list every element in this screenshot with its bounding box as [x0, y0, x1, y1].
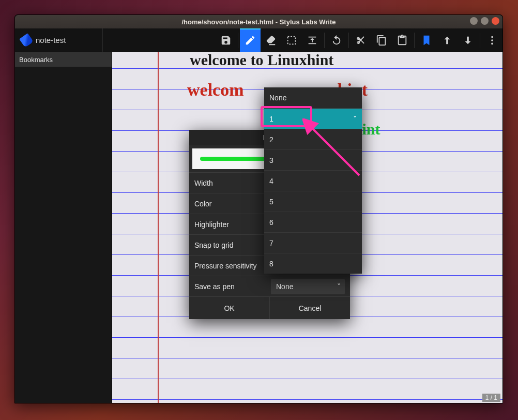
eraser-icon — [265, 35, 277, 46]
scissors-icon — [355, 35, 367, 46]
titlebar: /home/shovon/note-test.html - Stylus Lab… — [15, 15, 502, 28]
dropdown-item-7[interactable]: 7 — [264, 232, 362, 253]
pen-saveas-value: None — [276, 282, 293, 291]
pen-highlighter-label: Highlighter — [194, 220, 267, 229]
bookmark-icon — [421, 35, 432, 46]
pen-icon — [245, 35, 256, 46]
save-button[interactable] — [216, 28, 236, 52]
window-title: /home/shovon/note-test.html - Stylus Lab… — [181, 18, 336, 26]
svg-point-0 — [491, 36, 493, 38]
dropdown-item-1-label: 1 — [269, 115, 273, 123]
handwriting-line-1: welcome to Linuxhint — [190, 52, 333, 69]
toolbar-icons — [216, 28, 502, 52]
svg-point-1 — [491, 39, 493, 41]
chevron-down-icon: ˅ — [353, 115, 357, 123]
dropdown-item-none[interactable]: None — [264, 87, 362, 108]
pen-cancel-button[interactable]: Cancel — [270, 297, 350, 319]
overflow-menu-button[interactable] — [482, 28, 502, 52]
pencil-icon — [19, 33, 34, 48]
insert-space-button[interactable] — [302, 28, 323, 52]
dropdown-item-2[interactable]: 2 — [264, 129, 362, 149]
document-tab[interactable]: note-test — [15, 28, 103, 52]
copy-button[interactable] — [371, 28, 392, 52]
pen-snap-label: Snap to grid — [194, 241, 267, 249]
svg-point-2 — [491, 42, 493, 44]
eraser-button[interactable] — [261, 28, 281, 52]
toolbar: note-test — [15, 28, 502, 52]
dropdown-item-6[interactable]: 6 — [264, 212, 362, 232]
app-window: /home/shovon/note-test.html - Stylus Lab… — [14, 14, 503, 403]
window-controls — [470, 17, 499, 25]
dropdown-item-8[interactable]: 8 — [264, 253, 362, 274]
pen-width-label: Width — [194, 179, 267, 187]
pen-pressure-label: Pressure sensitivity — [194, 262, 267, 270]
pen-row-saveas: Save as pen None ˅ — [189, 276, 350, 296]
dropdown-item-3[interactable]: 3 — [264, 149, 362, 170]
more-vertical-icon — [486, 35, 498, 46]
handwriting-line-2a: welcom — [187, 80, 244, 100]
cut-button[interactable] — [351, 28, 371, 52]
copy-icon — [376, 35, 387, 46]
tab-label: note-test — [36, 36, 66, 44]
maximize-button[interactable] — [481, 17, 489, 25]
dropdown-item-5[interactable]: 5 — [264, 191, 362, 212]
bookmark-button[interactable] — [416, 28, 437, 52]
paste-button[interactable] — [392, 28, 413, 52]
margin-line — [158, 52, 159, 403]
select-icon — [286, 35, 297, 46]
sidebar-heading: Bookmarks — [15, 52, 112, 67]
minimize-button[interactable] — [470, 17, 478, 25]
prev-page-button[interactable] — [437, 28, 458, 52]
save-icon — [220, 35, 232, 46]
dropdown-item-4[interactable]: 4 — [264, 170, 362, 191]
arrow-down-icon — [462, 35, 474, 46]
dropdown-item-1[interactable]: 1 ˅ — [264, 108, 362, 129]
next-page-button[interactable] — [458, 28, 478, 52]
undo-button[interactable] — [326, 28, 347, 52]
saveas-dropdown: None 1 ˅ 2 3 4 5 6 7 8 — [264, 87, 362, 274]
pen-ok-button[interactable]: OK — [189, 297, 270, 319]
page-counter: 1 / 1 — [482, 394, 500, 402]
chevron-down-icon: ˅ — [337, 282, 341, 291]
close-button[interactable] — [492, 17, 499, 25]
undo-icon — [331, 35, 342, 46]
pen-tool-button[interactable] — [240, 28, 261, 52]
clipboard-icon — [397, 35, 408, 46]
pen-color-label: Color — [194, 200, 267, 208]
insert-space-icon — [307, 35, 318, 46]
sidebar: Bookmarks — [15, 52, 112, 403]
select-button[interactable] — [281, 28, 302, 52]
pen-saveas-label: Save as pen — [194, 282, 267, 291]
pen-dialog-buttons: OK Cancel — [189, 296, 350, 319]
pen-saveas-select[interactable]: None ˅ — [271, 279, 345, 294]
arrow-up-icon — [441, 35, 453, 46]
